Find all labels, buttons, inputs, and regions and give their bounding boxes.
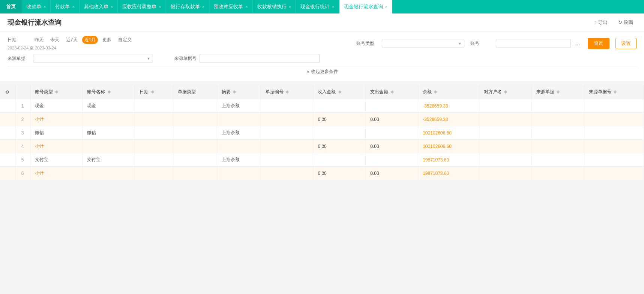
table-container: ⚙ 账号类型 账号名称 日期 单据类型 摘要 单据编号 收入金额 支出金额 余额… — [0, 85, 644, 180]
refresh-icon: ↻ — [618, 19, 622, 25]
th-doc-no[interactable]: 单据编号 — [261, 85, 313, 99]
date-range-display: 2023-02-24 至 2023-03-24 — [8, 45, 134, 51]
account-group: 账号 ... — [470, 39, 582, 48]
table-row: 1现金现金上期余额-3528659.33 — [0, 99, 644, 113]
account-input[interactable] — [496, 39, 571, 48]
account-label: 账号 — [470, 40, 493, 47]
query-button[interactable]: 查询 — [588, 38, 609, 49]
nav-tab-0[interactable]: 收款单× — [22, 0, 51, 13]
filter-row-2: 来源单据 ▾ 来源单据号 — [8, 54, 636, 63]
td-account-name — [83, 113, 135, 126]
th-account-name[interactable]: 账号名称 — [83, 85, 135, 99]
td-idx: 3 — [15, 126, 30, 140]
td-gear — [0, 153, 15, 167]
td-doc-no — [261, 140, 313, 153]
td-doc-no — [261, 167, 313, 180]
date-btn-1month[interactable]: 近1月 — [82, 36, 98, 44]
th-income[interactable]: 收入金额 — [313, 85, 366, 99]
td-source-doc — [531, 99, 584, 113]
td-balance: -3528659.33 — [418, 99, 479, 113]
export-button[interactable]: ↑ 导出 — [591, 18, 611, 27]
nav-tab-close-3[interactable]: × — [159, 4, 161, 9]
nav-tab-2[interactable]: 其他收入单× — [80, 0, 118, 13]
filter-row-1: 日期 昨天 今天 近7天 近1月 更多 自定义 2023-02-24 至 202… — [8, 36, 636, 51]
td-date — [135, 113, 173, 126]
filter-area: 日期 昨天 今天 近7天 近1月 更多 自定义 2023-02-24 至 202… — [0, 31, 644, 82]
nav-tab-8[interactable]: 现金银行流水查询× — [339, 0, 392, 13]
td-balance: 19871073.60 — [418, 153, 479, 167]
date-filter-group: 日期 昨天 今天 近7天 近1月 更多 自定义 2023-02-24 至 202… — [8, 36, 134, 51]
th-source-doc-no[interactable]: 来源单据号 — [584, 85, 644, 99]
date-btn-today[interactable]: 今天 — [48, 36, 62, 44]
nav-tab-close-1[interactable]: × — [72, 4, 74, 9]
date-btn-yesterday[interactable]: 昨天 — [32, 36, 46, 44]
source-doc-label: 来源单据 — [8, 55, 30, 62]
td-account-name — [83, 167, 135, 180]
more-dots[interactable]: ... — [574, 40, 582, 47]
th-account-type[interactable]: 账号类型 — [30, 85, 83, 99]
source-doc-no-group: 来源单据号 — [174, 54, 320, 63]
date-btn-7days[interactable]: 近7天 — [64, 36, 80, 44]
nav-tab-close-4[interactable]: × — [202, 4, 204, 9]
td-expense — [366, 153, 418, 167]
th-balance[interactable]: 余额 — [418, 85, 479, 99]
td-doc-no — [261, 113, 313, 126]
th-source-doc[interactable]: 来源单据 — [531, 85, 584, 99]
collapse-label: 收起更多条件 — [311, 69, 338, 74]
td-source-doc-no — [584, 140, 644, 153]
td-doc-no — [261, 153, 313, 167]
page-title: 现金银行流水查询 — [8, 18, 62, 27]
refresh-button[interactable]: ↻ 刷新 — [615, 18, 636, 27]
date-btn-custom[interactable]: 自定义 — [116, 36, 134, 44]
source-doc-no-input[interactable] — [200, 54, 320, 63]
nav-tab-close-5[interactable]: × — [245, 4, 248, 9]
nav-tab-close-active[interactable]: × — [385, 4, 387, 9]
td-source-doc — [531, 167, 584, 180]
nav-tab-3[interactable]: 应收应付调整单× — [118, 0, 166, 13]
td-doc-type — [173, 113, 217, 126]
table-row: 4小计0.000.00100102606.60 — [0, 140, 644, 153]
nav-tab-close-7[interactable]: × — [332, 4, 334, 9]
date-label: 日期 — [8, 37, 30, 43]
td-gear — [0, 140, 15, 153]
nav-tab-4[interactable]: 银行存取款单× — [166, 0, 209, 13]
td-source-doc-no — [584, 153, 644, 167]
th-date[interactable]: 日期 — [135, 85, 173, 99]
td-idx: 4 — [15, 140, 30, 153]
td-date — [135, 153, 173, 167]
th-expense[interactable]: 支出金额 — [366, 85, 418, 99]
td-expense: 0.00 — [366, 140, 418, 153]
nav-home[interactable]: 首页 — [0, 0, 22, 13]
td-income: 0.00 — [313, 113, 366, 126]
td-summary: 上期余额 — [217, 99, 261, 113]
td-expense: 0.00 — [366, 113, 418, 126]
td-doc-no — [261, 99, 313, 113]
source-doc-select[interactable]: ▾ — [33, 54, 153, 63]
td-idx: 2 — [15, 113, 30, 126]
nav-tab-7[interactable]: 现金银行统计× — [296, 0, 339, 13]
th-counterparty[interactable]: 对方户名 — [479, 85, 532, 99]
nav-tab-close-6[interactable]: × — [289, 4, 291, 9]
nav-tab-6[interactable]: 收款核销执行× — [253, 0, 296, 13]
td-gear — [0, 126, 15, 140]
account-type-select[interactable]: ▾ — [382, 39, 464, 48]
settings-button[interactable]: 设置 — [615, 38, 636, 49]
th-gear[interactable]: ⚙ — [0, 85, 15, 99]
td-idx: 5 — [15, 153, 30, 167]
nav-tab-close-0[interactable]: × — [44, 4, 46, 9]
td-account-name: 现金 — [83, 99, 135, 113]
td-summary — [217, 140, 261, 153]
nav-tab-5[interactable]: 预收冲应收单× — [209, 0, 252, 13]
td-expense — [366, 126, 418, 140]
td-date — [135, 99, 173, 113]
table-row: 2小计0.000.00-3528659.33 — [0, 113, 644, 126]
td-summary: 上期余额 — [217, 126, 261, 140]
nav-tab-1[interactable]: 付款单× — [51, 0, 79, 13]
td-source-doc-no — [584, 113, 644, 126]
collapse-bar[interactable]: ∧ 收起更多条件 — [8, 66, 636, 77]
td-date — [135, 126, 173, 140]
account-type-arrow: ▾ — [459, 41, 461, 46]
nav-tab-close-2[interactable]: × — [111, 4, 113, 9]
date-btn-more[interactable]: 更多 — [100, 36, 114, 44]
th-summary[interactable]: 摘要 — [217, 85, 261, 99]
